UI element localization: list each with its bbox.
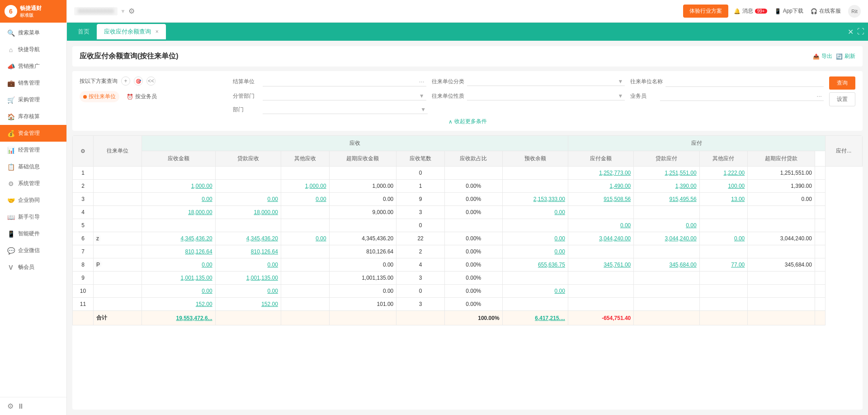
col-ar-prepay: 预收余额: [502, 151, 568, 167]
app-download-item[interactable]: 📱 App下载: [774, 7, 803, 15]
content-area: 应收应付余额查询(按往来单位) 📤 导出 🔄 刷新 按以下方: [67, 41, 868, 415]
sidebar-item-inventory[interactable]: 🏠库存核算: [0, 108, 66, 125]
partner-nature-dropdown[interactable]: ▼: [618, 93, 623, 99]
sidebar-item-guide[interactable]: 📖新手引导: [0, 209, 66, 225]
department-dropdown[interactable]: ▼: [420, 106, 426, 113]
filter-options: 按往来单位 ⏰ 按业务员: [80, 91, 227, 102]
top-header: XXXXXXXXXX ▼ ⚙ 体验行业方案 🔔 消息 99+ 📱 App下载 🎧…: [67, 0, 868, 23]
promo-button[interactable]: 体验行业方案: [683, 5, 728, 18]
filter-field-partner-name: 往来单位名称: [630, 76, 824, 87]
tab-bar-right: ✕ ⛶: [848, 28, 864, 36]
sidebar-item-operation[interactable]: 📊经营管理: [0, 142, 66, 158]
option-dot: [83, 95, 87, 99]
close-window-icon[interactable]: ✕: [848, 28, 854, 36]
sidebar-item-member[interactable]: V畅会员: [0, 259, 66, 276]
sidebar-item-wechat[interactable]: 💬企业微信: [0, 242, 66, 259]
salesperson-dots[interactable]: ···: [816, 92, 822, 100]
sidebar-item-basic[interactable]: 📋基础信息: [0, 158, 66, 175]
filter-row-1: 结算单位 ··· 往来单位分类 ▼: [233, 76, 824, 87]
total-ar-prepay[interactable]: 6,417,215....: [502, 311, 568, 325]
sidebar-item-marketing[interactable]: 📣营销推广: [0, 58, 66, 75]
logo-icon: 6: [5, 5, 17, 18]
company-name: XXXXXXXXXX: [74, 7, 118, 15]
user-avatar[interactable]: Rit: [848, 5, 861, 18]
notification-label: 消息: [742, 7, 753, 15]
sidebar-item-quick[interactable]: ⌂快捷导航: [0, 41, 66, 58]
app-download-label: App下载: [783, 7, 803, 15]
app-download-icon: 📱: [774, 8, 781, 14]
breadcrumb: XXXXXXXXXX ▼ ⚙: [74, 7, 678, 15]
notification-item[interactable]: 🔔 消息 99+: [734, 7, 767, 15]
online-service-item[interactable]: 🎧 在线客服: [811, 7, 841, 15]
inventory-icon: 🏠: [7, 113, 14, 120]
finance-icon: 💰: [7, 130, 14, 137]
filter-collapse-btn[interactable]: <<: [146, 76, 156, 86]
data-table-container: ⚙ 往来单位 应收 应付 应付... 应收金额 贷款应收 其他应收 超期应收金额…: [72, 135, 863, 410]
table-row: 91,001,135.001,001,135.001,001,135.0030.…: [73, 272, 863, 285]
table-row: 101,252,773.001,251,551.001,222.001,251,…: [73, 167, 863, 180]
partner-name-input[interactable]: [665, 76, 824, 87]
filter-target-button[interactable]: 🎯: [134, 76, 143, 86]
dropdown-arrow: ▼: [120, 8, 126, 14]
page-header: 应收应付余额查询(按往来单位) 📤 导出 🔄 刷新: [72, 46, 863, 67]
salesperson-label: 业务员: [630, 92, 657, 100]
tab-home[interactable]: 首页: [71, 24, 97, 39]
col-partner: 往来单位: [94, 136, 142, 167]
collab-icon: 🤝: [7, 197, 14, 204]
dept-dropdown[interactable]: ▼: [419, 93, 425, 99]
col-ap-overdue: 超期应付贷款: [748, 151, 815, 167]
col-settings[interactable]: ⚙: [73, 136, 94, 167]
table-row: 11152.00152.00101.0030.00%: [73, 298, 863, 311]
refresh-button[interactable]: 🔄 刷新: [836, 52, 855, 60]
export-icon: 📤: [813, 53, 820, 60]
col-ar-ratio: 应收款占比: [444, 151, 502, 167]
online-service-label: 在线客服: [819, 7, 841, 15]
filter-add-button[interactable]: +: [121, 76, 130, 86]
sidebar-item-hardware[interactable]: 📱智能硬件: [0, 225, 66, 242]
home-icon: ⌂: [7, 46, 14, 53]
table-row: 418,000.0018,000.009,000.0030.00%0.00: [73, 206, 863, 219]
tab-arquery[interactable]: 应收应付余额查询 ×: [97, 24, 166, 39]
purchase-icon: 🛒: [7, 96, 14, 104]
filter-option-salesperson[interactable]: ⏰ 按业务员: [123, 91, 160, 102]
collapse-button[interactable]: ∧ 收起更多条件: [80, 118, 855, 125]
col-ar-other: 其他应收: [281, 151, 329, 167]
query-buttons: 查询 设置: [829, 76, 855, 114]
sidebar-item-collab[interactable]: 🤝企业协同: [0, 192, 66, 209]
sidebar-item-sales[interactable]: 💼销售管理: [0, 75, 66, 91]
table-row: 500.000.00: [73, 219, 863, 232]
maximize-icon[interactable]: ⛶: [857, 28, 864, 36]
filter-option-partner[interactable]: 按往来单位: [80, 91, 119, 102]
settlement-dots[interactable]: ···: [419, 78, 425, 85]
system-icon: ⚙: [7, 180, 14, 187]
col-ar-count: 应收笔数: [396, 151, 445, 167]
settings-gear-icon[interactable]: ⚙: [128, 7, 135, 15]
sidebar-item-system[interactable]: ⚙系统管理: [0, 175, 66, 192]
sidebar-item-search[interactable]: 🔍搜索菜单: [0, 24, 66, 41]
partner-type-dropdown[interactable]: ▼: [618, 78, 623, 85]
table-row: 21,000.001,000.001,000.0010.00%1,490.001…: [73, 180, 863, 193]
total-ar-amount[interactable]: 19,553,472,6...: [142, 311, 215, 325]
col-ap-other: 其他应付: [699, 151, 748, 167]
query-button[interactable]: 查询: [829, 76, 855, 90]
collapse-icon[interactable]: ⏸: [17, 402, 24, 410]
settings-icon[interactable]: ⚙: [7, 402, 14, 410]
filter-area: 按以下方案查询 + 🎯 << 按往来单位 ⏰: [72, 71, 863, 131]
option-clock: ⏰: [127, 94, 133, 100]
total-ap-amount: -654,751.40: [568, 311, 633, 325]
refresh-icon: 🔄: [836, 53, 843, 60]
filter-field-settlement: 结算单位 ···: [233, 77, 426, 86]
sidebar-item-finance[interactable]: 💰资金管理: [0, 125, 66, 142]
partner-nature-label: 往来单位性质: [432, 92, 464, 100]
col-ar-loan: 贷款应收: [215, 151, 281, 167]
export-button[interactable]: 📤 导出: [813, 52, 832, 60]
settings-button[interactable]: 设置: [829, 92, 855, 106]
search-icon: 🔍: [7, 29, 14, 37]
guide-icon: 📖: [7, 214, 14, 221]
notification-badge: 99+: [755, 9, 767, 14]
notification-icon: 🔔: [734, 8, 741, 14]
filter-rows: 结算单位 ··· 往来单位分类 ▼: [233, 76, 824, 114]
basic-icon: 📋: [7, 163, 14, 171]
sidebar-item-purchase[interactable]: 🛒采购管理: [0, 91, 66, 108]
tab-close-icon[interactable]: ×: [156, 29, 159, 35]
